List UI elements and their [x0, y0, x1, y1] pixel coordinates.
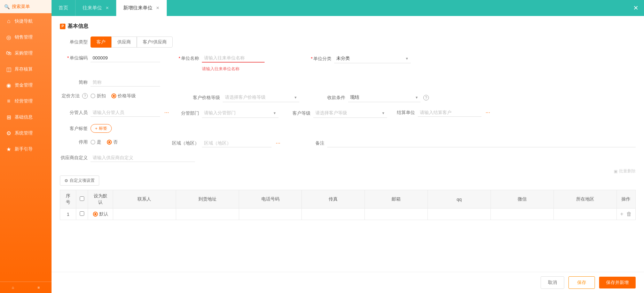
pricing-radio-price-level[interactable]: 价格等级 [111, 93, 136, 99]
region-input[interactable] [202, 139, 272, 147]
abbr-row: 简称 [60, 78, 636, 87]
sidebar-home-btn[interactable]: ⌂ [0, 282, 26, 293]
radio-dot-no [108, 141, 110, 143]
table-cell[interactable] [113, 209, 176, 220]
search-menu[interactable]: 🔍 搜索菜单 [0, 0, 52, 13]
remark-input[interactable] [327, 139, 636, 147]
sidebar-item-operations[interactable]: ≡经营管理 [0, 93, 52, 109]
batch-delete-label[interactable]: 批量删除 [619, 168, 636, 174]
tab-partners[interactable]: 往来单位✕ [76, 0, 116, 16]
table-header-cell: 序号 [60, 190, 76, 209]
contacts-table: 序号设为默认联系人到货地址电话号码传真邮箱qq微信所在地区操作 1默认+🗑 [60, 190, 636, 220]
add-row-icon[interactable]: + [620, 211, 623, 217]
delete-row-icon[interactable]: 🗑 [626, 211, 632, 217]
supplier-custom-input[interactable] [91, 154, 195, 162]
cancel-button[interactable]: 取消 [541, 276, 564, 289]
table-cell-input[interactable] [243, 212, 298, 217]
table-header-cell: 传真 [302, 190, 365, 209]
sidebar-item-purchase[interactable]: 🛍采购管理 [0, 45, 52, 61]
pricing-radio-discount[interactable]: 折扣 [91, 93, 106, 99]
radio-circle-discount [91, 93, 95, 98]
tab-close-new-partner[interactable]: ✕ [156, 6, 159, 10]
unit-code-input[interactable] [91, 54, 160, 62]
customer-price-level-select[interactable]: 请选择客户价格等级 ▼ [223, 93, 299, 102]
discount-label: 折扣 [97, 93, 106, 99]
menu-icon: ≡ [38, 285, 40, 290]
table-cell[interactable] [365, 209, 428, 220]
custom-settings-button[interactable]: ⚙ 自定义项设置 [60, 176, 99, 186]
table-body: 1默认+🗑 [60, 209, 636, 220]
table-cell-input[interactable] [557, 212, 613, 217]
unit-type-buttons: 客户供应商客户/供应商 [91, 36, 173, 48]
sidebar-item-finance[interactable]: ◉资金管理 [0, 77, 52, 93]
table-cell-input[interactable] [305, 212, 361, 217]
region-more-btn[interactable]: ··· [274, 140, 282, 146]
add-tag-button[interactable]: + 标签 [91, 124, 112, 133]
window-close-button[interactable]: ✕ [628, 4, 644, 12]
sidebar-extra-btn[interactable]: ≡ [26, 282, 52, 293]
finance-icon: ◉ [6, 82, 12, 88]
pricing-help-icon[interactable]: ? [82, 93, 88, 99]
table-header-cell: 电话号码 [239, 190, 302, 209]
table-cell[interactable] [428, 209, 491, 220]
unit-type-btn-customer[interactable]: 客户 [91, 36, 111, 48]
save-button[interactable]: 保存 [568, 276, 595, 289]
table-cell-input[interactable] [368, 212, 424, 217]
row-actions: +🗑 [620, 211, 632, 217]
tab-home[interactable]: 首页 [52, 0, 76, 16]
table-cell-input[interactable] [117, 212, 172, 217]
table-cell[interactable] [302, 209, 365, 220]
tab-close-partners[interactable]: ✕ [105, 6, 109, 10]
radio-circle-price-level [111, 93, 116, 98]
sidebar-item-quick-nav[interactable]: ⌂快捷导航 [0, 13, 52, 29]
default-radio[interactable]: 默认 [92, 211, 109, 217]
radio-circle-yes [91, 140, 95, 145]
table-cell[interactable] [553, 209, 616, 220]
table-cell[interactable] [490, 209, 553, 220]
payment-terms-select[interactable]: 现结 ▼ [348, 93, 421, 102]
save-and-new-button[interactable]: 保存并新增 [599, 277, 636, 288]
footer: 取消 保存 保存并新增 [52, 272, 644, 293]
unit-name-input[interactable] [202, 54, 265, 63]
table-cell[interactable] [239, 209, 302, 220]
row-checkbox[interactable] [80, 211, 84, 216]
dept-label: 分管部门 [171, 110, 199, 116]
abbr-input[interactable] [91, 78, 160, 87]
payment-help-icon[interactable]: ? [423, 95, 429, 100]
search-menu-label: 搜索菜单 [12, 3, 30, 10]
table-cell-input[interactable] [494, 212, 550, 217]
tab-new-partner[interactable]: 新增往来单位✕ [116, 0, 167, 16]
sidebar-item-basic[interactable]: ⊞基础信息 [0, 109, 52, 125]
manager-input[interactable] [91, 108, 160, 117]
batch-delete-icon: ▣ [614, 169, 618, 174]
table-cell-input[interactable] [180, 212, 235, 217]
unit-category-select[interactable]: 未分类 ▼ [334, 54, 411, 63]
table-cell[interactable] [176, 209, 239, 220]
disabled-radio-yes[interactable]: 是 [91, 139, 101, 145]
disabled-group: 停用 是 否 [60, 139, 171, 145]
table-header-cell: 联系人 [113, 190, 176, 209]
table-header-cell: 设为默认 [88, 190, 113, 209]
manager-more-btn[interactable]: ··· [163, 109, 170, 116]
disabled-radio-no[interactable]: 否 [107, 139, 118, 145]
unit-type-btn-supplier[interactable]: 供应商 [111, 36, 137, 48]
customer-level-select[interactable]: 请选择客户等级 ▼ [313, 108, 387, 118]
sidebar-item-system[interactable]: ⚙系统管理 [0, 125, 52, 141]
dept-select[interactable]: 请输入分管部门 ▼ [202, 108, 278, 118]
gear-icon: ⚙ [64, 178, 68, 183]
settlement-input[interactable] [418, 108, 481, 117]
table-cell-input[interactable] [431, 212, 487, 217]
unit-type-btn-both[interactable]: 客户/供应商 [137, 36, 173, 48]
add-tag-label: 标签 [99, 125, 107, 131]
settlement-more-btn[interactable]: ··· [484, 109, 492, 116]
system-icon: ⚙ [6, 130, 12, 136]
settlement-label: 结算单位 [387, 109, 415, 116]
sidebar-item-inventory[interactable]: ◫库存核算 [0, 61, 52, 77]
sidebar-item-label: 基础信息 [15, 114, 33, 120]
table-select-all-checkbox[interactable] [80, 196, 84, 201]
table-header: 序号设为默认联系人到货地址电话号码传真邮箱qq微信所在地区操作 [60, 190, 636, 209]
remark-group: 备注 [297, 139, 636, 147]
manager-label: 分管人员 [60, 109, 88, 116]
sidebar-item-guide[interactable]: ★新手引导 [0, 141, 52, 157]
sidebar-item-sales[interactable]: ◎销售管理 [0, 29, 52, 45]
